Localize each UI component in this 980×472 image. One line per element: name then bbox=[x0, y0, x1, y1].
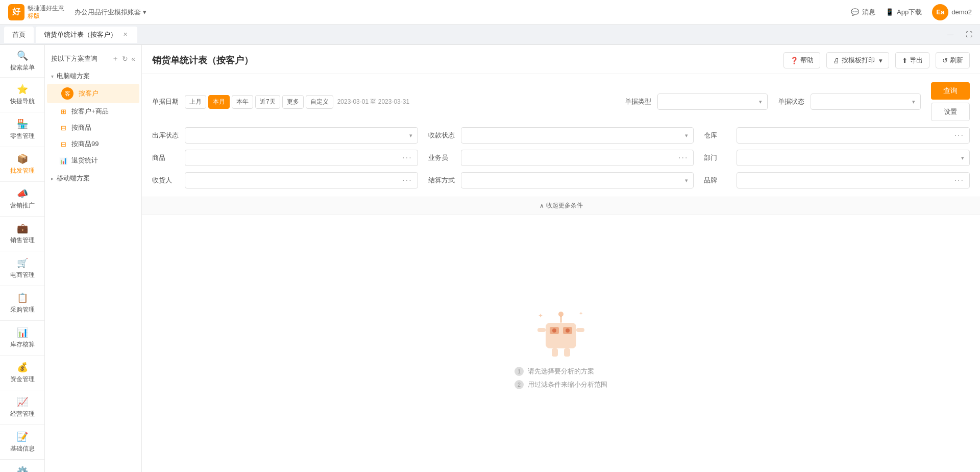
svg-text:✦: ✦ bbox=[579, 311, 583, 316]
base-info-icon: 📝 bbox=[17, 431, 28, 442]
empty-hint-1: 1 请先选择要分析的方案 bbox=[514, 367, 607, 376]
filter-date: 单据日期 上月 本月 本年 近7天 更多 自定义 2023-03-01 至 20… bbox=[152, 95, 615, 109]
main-content: 销货单统计表（按客户） ❓ 帮助 🖨 按模板打印 ▾ ⬆ bbox=[142, 45, 980, 472]
receiver-select[interactable]: ··· bbox=[185, 172, 418, 188]
logo-text: 畅捷通好生意 标版 bbox=[28, 5, 64, 19]
query-button[interactable]: 查询 bbox=[931, 82, 970, 100]
settings-button[interactable]: 设置 bbox=[931, 103, 970, 121]
hint-num-1: 1 bbox=[514, 367, 524, 376]
tab-minimize-button[interactable]: — bbox=[943, 28, 958, 42]
star-icon: ⭐ bbox=[17, 84, 28, 95]
nav-item-by-product[interactable]: ⊟ 按商品 bbox=[45, 120, 141, 136]
chart-icon: 📊 bbox=[59, 156, 67, 164]
export-button[interactable]: ⬆ 导出 bbox=[895, 52, 929, 68]
sidebar-item-operations[interactable]: 📈 经营管理 bbox=[0, 390, 44, 425]
out-status-label: 出库状态 bbox=[152, 131, 181, 140]
collect-status-select[interactable]: ▾ bbox=[461, 127, 694, 144]
dots-icon: ··· bbox=[954, 131, 964, 140]
message-action[interactable]: 💬 消息 bbox=[851, 8, 875, 17]
sidebar: 🔍 搜索菜单 ⭐ 快捷导航 🏪 零售管理 📦 批发管理 📣 营销推广 💼 销售管… bbox=[0, 45, 45, 472]
filter-section: 单据日期 上月 本月 本年 近7天 更多 自定义 2023-03-01 至 20… bbox=[142, 74, 980, 197]
custom-button[interactable]: 自定义 bbox=[306, 95, 333, 109]
add-scheme-button[interactable]: ＋ bbox=[112, 54, 119, 63]
nav-group-desktop-title[interactable]: ▾ 电脑端方案 bbox=[45, 68, 141, 84]
filter-out-status: 出库状态 ▾ bbox=[152, 127, 418, 144]
nav-group-mobile-title[interactable]: ▸ 移动端方案 bbox=[45, 171, 141, 186]
left-panel-header: 按以下方案查询 ＋ ↻ « bbox=[45, 51, 141, 66]
sidebar-item-finance[interactable]: 💰 资金管理 bbox=[0, 356, 44, 390]
purchase-icon: 📋 bbox=[17, 292, 28, 303]
doc-type-select[interactable]: ▾ bbox=[657, 93, 768, 110]
date-label: 单据日期 bbox=[152, 97, 181, 106]
panel-layout: 按以下方案查询 ＋ ↻ « ▾ 电脑端方案 客 bbox=[45, 45, 980, 472]
sidebar-item-search-menu[interactable]: 🔍 搜索菜单 bbox=[0, 45, 44, 78]
salesman-label: 业务员 bbox=[428, 153, 457, 162]
this-month-button[interactable]: 本月 bbox=[208, 95, 230, 109]
sidebar-item-inventory[interactable]: 📊 库存核算 bbox=[0, 321, 44, 356]
chevron-down-icon: ▾ bbox=[879, 57, 883, 64]
prev-month-button[interactable]: 上月 bbox=[185, 95, 206, 109]
filter-row-3: 商品 ··· 业务员 ··· bbox=[152, 150, 970, 166]
receiver-label: 收货人 bbox=[152, 176, 181, 185]
date-range-display: 2023-03-01 至 2023-03-31 bbox=[337, 98, 409, 106]
dots-icon: ··· bbox=[402, 176, 412, 185]
printer-icon: 🖨 bbox=[833, 57, 840, 64]
tab-sales-stat[interactable]: 销货单统计表（按客户） ✕ bbox=[36, 27, 137, 43]
header-right: 💬 消息 📱 App下载 Ea demo2 bbox=[851, 4, 972, 20]
refresh-button[interactable]: ↺ 刷新 bbox=[936, 52, 970, 68]
page-header-actions: ❓ 帮助 🖨 按模板打印 ▾ ⬆ 导出 ↺ bbox=[783, 52, 970, 68]
top-header: 好 畅捷通好生意 标版 办公用品行业模拟账套 ▾ 💬 消息 📱 App下载 Ea… bbox=[0, 0, 980, 25]
app-download-action[interactable]: 📱 App下载 bbox=[886, 8, 922, 17]
nav-item-product-99[interactable]: ⊟ 按商品99 bbox=[45, 136, 141, 152]
help-icon: ❓ bbox=[790, 57, 798, 64]
header-left: 好 畅捷通好生意 标版 办公用品行业模拟账套 ▾ bbox=[8, 4, 151, 20]
refresh-scheme-icon[interactable]: ↻ bbox=[122, 55, 128, 63]
sidebar-item-retail[interactable]: 🏪 零售管理 bbox=[0, 112, 44, 147]
tab-expand-button[interactable]: ⛶ bbox=[962, 28, 976, 42]
nav-item-return-stat[interactable]: 📊 退货统计 bbox=[45, 152, 141, 169]
last7-button[interactable]: 近7天 bbox=[255, 95, 280, 109]
filter-settle-method: 结算方式 ▾ bbox=[428, 172, 694, 188]
filter-salesman: 业务员 ··· bbox=[428, 150, 694, 166]
sidebar-item-ecommerce[interactable]: 🛒 电商管理 bbox=[0, 251, 44, 286]
content-area: 按以下方案查询 ＋ ↻ « ▾ 电脑端方案 客 bbox=[45, 45, 980, 472]
svg-point-3 bbox=[552, 328, 556, 333]
doc-type-label: 单据类型 bbox=[625, 97, 653, 106]
this-year-button[interactable]: 本年 bbox=[232, 95, 253, 109]
tab-close-icon[interactable]: ✕ bbox=[121, 31, 129, 39]
template-print-button[interactable]: 🖨 按模板打印 ▾ bbox=[826, 52, 889, 68]
more-button[interactable]: 更多 bbox=[282, 95, 304, 109]
empty-state: ✦ ✦ 1 请先选择要分析的方案 2 用过滤条件来缩小分析范围 bbox=[142, 215, 980, 472]
svg-point-6 bbox=[558, 312, 564, 317]
warehouse-select[interactable]: ··· bbox=[737, 127, 970, 144]
user-action[interactable]: Ea demo2 bbox=[932, 4, 972, 20]
help-button[interactable]: ❓ 帮助 bbox=[783, 52, 820, 68]
brand-select[interactable]: ··· bbox=[737, 172, 970, 188]
out-status-select[interactable]: ▾ bbox=[185, 127, 418, 144]
chevron-right-icon: ▸ bbox=[51, 176, 54, 181]
tab-home[interactable]: 首页 bbox=[4, 27, 34, 43]
collapse-panel-icon[interactable]: « bbox=[131, 55, 135, 63]
department-select[interactable]: ▾ bbox=[737, 150, 970, 166]
grid3-icon: ⊟ bbox=[59, 140, 67, 148]
nav-item-by-customer[interactable]: 客 按客户 bbox=[47, 84, 139, 103]
date-filter-controls: 上月 本月 本年 近7天 更多 自定义 2023-03-01 至 2023-03… bbox=[185, 95, 409, 109]
chevron-down-icon: ▾ bbox=[685, 177, 688, 184]
breadcrumb-dropdown[interactable]: 办公用品行业模拟账套 ▾ bbox=[70, 6, 151, 19]
sidebar-item-wholesale[interactable]: 📦 批发管理 bbox=[0, 147, 44, 182]
sidebar-item-marketing[interactable]: 📣 营销推广 bbox=[0, 182, 44, 217]
finance-icon: 💰 bbox=[17, 362, 28, 373]
product-select[interactable]: ··· bbox=[185, 150, 418, 166]
sidebar-item-base-info[interactable]: 📝 基础信息 bbox=[0, 425, 44, 460]
filter-receiver: 收货人 ··· bbox=[152, 172, 418, 188]
salesman-select[interactable]: ··· bbox=[461, 150, 694, 166]
doc-status-select[interactable]: ▾ bbox=[811, 93, 921, 110]
filter-brand: 品牌 ··· bbox=[704, 172, 970, 188]
sidebar-item-system[interactable]: ⚙️ 系统管理 bbox=[0, 460, 44, 472]
sidebar-item-purchase[interactable]: 📋 采购管理 bbox=[0, 286, 44, 321]
collapse-bar[interactable]: ∧ 收起更多条件 bbox=[142, 197, 980, 215]
settle-method-select[interactable]: ▾ bbox=[461, 172, 694, 188]
sidebar-item-sales[interactable]: 💼 销售管理 bbox=[0, 217, 44, 251]
sidebar-item-quick-nav[interactable]: ⭐ 快捷导航 bbox=[0, 78, 44, 112]
nav-item-customer-product[interactable]: ⊞ 按客户+商品 bbox=[45, 103, 141, 120]
